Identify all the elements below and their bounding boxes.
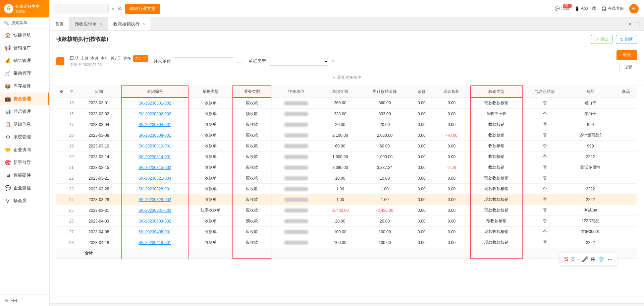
shirt-icon[interactable]: 👕 <box>598 256 605 262</box>
row-doc-no[interactable]: SK-20230403-002 <box>122 216 188 227</box>
app-download-button[interactable]: 📱 App下载 <box>575 6 596 11</box>
row-cumulative: 10.00 <box>360 173 410 184</box>
sidebar-item-基础信息[interactable]: 📋基础信息 <box>0 118 49 131</box>
messages-button[interactable]: 💬 消息 99+ <box>555 6 569 11</box>
date-this-year[interactable]: 本年 <box>101 56 109 61</box>
user-avatar[interactable]: Rit <box>629 4 639 13</box>
col-include-settled: 包含已结清 <box>522 86 567 98</box>
row-doc-no[interactable]: SK-20230304-001 <box>122 119 188 130</box>
table-footer-row: 合计 <box>56 248 637 259</box>
export-icon: ↗ <box>595 37 599 42</box>
row-product2 <box>614 141 637 151</box>
row-doc-no[interactable]: SK-20230301-002 <box>122 98 188 109</box>
sidebar-search[interactable]: 🔍 搜索菜单 <box>0 17 49 29</box>
sidebar-item-快捷导航[interactable]: 🏠快捷导航 <box>0 29 49 42</box>
row-doc-no[interactable]: SK-20230310-001 <box>122 141 188 151</box>
sidebar-item-营销推广[interactable]: 📢营销推广 <box>0 42 49 54</box>
footer-discount <box>433 248 471 259</box>
online-service-button[interactable]: 🎧 在线客服 <box>601 6 624 11</box>
sidebar-item-新手引导[interactable]: 🎯新手引导 <box>0 156 49 169</box>
partner-label: 往来单位 <box>154 58 171 64</box>
row-doc-no[interactable]: SK-20230314-001 <box>122 151 188 162</box>
industry-solution-button[interactable]: 体验行业方案 <box>125 4 160 14</box>
sidebar-item-企业微信[interactable]: 💬企业微信 <box>0 182 49 194</box>
sidebar-item-销售管理[interactable]: 💰销售管理 <box>0 54 49 67</box>
tab-prepayment[interactable]: 预收应付单 ✕ <box>69 17 108 30</box>
export-button[interactable]: ↗ 导出 <box>591 35 612 44</box>
sidebar-item-系统管理[interactable]: ⚙系统管理 <box>0 131 49 143</box>
sidebar-item-库存核算[interactable]: 📦库存核算 <box>0 80 49 93</box>
tab-writeoff[interactable]: 收款核销执行 ✕ <box>108 17 151 30</box>
row-biz-type: 应收款 <box>233 227 271 237</box>
sidebar-item-智能硬件[interactable]: 🖥智能硬件 <box>0 169 49 182</box>
sidebar-label: 企业协同 <box>13 147 31 153</box>
row-doc-no[interactable]: SK-20230418-001 <box>122 237 188 248</box>
breadcrumb-input[interactable] <box>55 4 109 13</box>
settings-gear-icon[interactable]: ⚙ <box>117 5 122 12</box>
row-doc-no[interactable]: SK-20230302-002 <box>122 109 188 119</box>
row-biz-type: 预收款 <box>233 216 271 227</box>
row-doc-no[interactable]: SK-20230328-001 <box>122 184 188 194</box>
watermark-logo: S <box>564 256 568 263</box>
sidebar-bottom-settings[interactable]: ⚙ ◀◀ <box>0 294 49 306</box>
writeoff-tab-close[interactable]: ✕ <box>142 22 145 26</box>
date-options: 日期 上月 本月 本年 近7天 更多 自定义 <box>70 55 148 62</box>
row-doc-no[interactable]: SK-20230308-001 <box>122 130 188 141</box>
date-last-7days[interactable]: 近7天 <box>111 56 121 61</box>
row-doc-no[interactable]: SK-20230408-001 <box>122 227 188 237</box>
row-product: 老白干 <box>567 98 614 109</box>
date-this-month[interactable]: 本月 <box>91 56 99 61</box>
tab-home[interactable]: 首页 <box>50 17 69 30</box>
row-cumulative: 20.00 <box>360 216 410 227</box>
more-icon[interactable]: ⋯ <box>607 256 613 262</box>
refresh-button[interactable]: ↻ 刷新 <box>616 35 637 44</box>
row-balance: 0.00 <box>410 227 433 237</box>
date-more[interactable]: 更多 <box>123 56 131 61</box>
prepayment-tab-close[interactable]: ✕ <box>99 22 102 26</box>
dropdown-arrow-icon: ∨ <box>332 59 334 63</box>
col-settings[interactable]: ⚙ <box>56 86 66 98</box>
avatar-text: Rit <box>632 6 637 11</box>
footer-cumulative <box>360 248 410 259</box>
sidebar-item-经营管理[interactable]: 📊经营管理 <box>0 105 49 118</box>
row-doc-type: 收款单 <box>188 194 233 205</box>
partner-input[interactable] <box>174 57 234 65</box>
row-doc-no[interactable]: SK-20230315-002 <box>122 162 188 173</box>
date-custom-button[interactable]: 自定义 <box>133 55 148 62</box>
sidebar-item-资金管理[interactable]: 💼资金管理 <box>0 93 49 105</box>
row-include-settled: 否 <box>522 141 567 151</box>
row-partner <box>271 162 321 173</box>
row-amount: 20.00 <box>321 119 360 130</box>
grid-icon[interactable]: ⊞ <box>591 256 595 262</box>
setting-button[interactable]: 设置 <box>619 63 637 72</box>
row-biz-type: 预收款 <box>233 109 271 119</box>
mic-icon[interactable]: 🎤 <box>582 256 588 262</box>
horizontal-scrollbar[interactable] <box>50 303 644 306</box>
row-cumulative: 1.00 <box>360 184 410 194</box>
row-write-off-type: 收款核销 <box>471 151 522 162</box>
sidebar-icon: 💬 <box>5 185 11 191</box>
row-num: 19 <box>66 141 76 151</box>
col-settings-cell <box>56 205 66 216</box>
headset-icon: 🎧 <box>601 6 606 11</box>
sidebar-icon: 💼 <box>5 96 11 102</box>
page-actions: ↗ 导出 ↻ 刷新 <box>591 35 637 44</box>
row-product <box>567 173 614 184</box>
sidebar-item-采购管理[interactable]: 🛒采购管理 <box>0 67 49 80</box>
row-doc-no[interactable]: SK-20230328-002 <box>122 194 188 205</box>
row-include-settled: 否 <box>522 194 567 205</box>
sidebar-item-畅会员[interactable]: V畅会员 <box>0 194 49 207</box>
expand-conditions-button[interactable]: ∨ 展开更多条件 <box>56 73 637 82</box>
tab-fullscreen-icon[interactable]: ⛶ <box>635 21 640 27</box>
sidebar-item-企业协同[interactable]: 🤝企业协同 <box>0 143 49 156</box>
doc-type-select[interactable] <box>269 57 329 66</box>
row-num: 15 <box>66 98 76 109</box>
sidebar-search-label: 搜索菜单 <box>11 20 27 26</box>
date-last-month[interactable]: 上月 <box>80 56 89 61</box>
row-balance: 0.00 <box>410 141 433 151</box>
row-doc-no[interactable]: SK-20230331-002 <box>122 205 188 216</box>
filter-toggle-button[interactable]: » <box>56 57 64 65</box>
tab-close-all-icon[interactable]: ✕ <box>628 21 632 27</box>
row-doc-no[interactable]: SK-20230321-003 <box>122 173 188 184</box>
query-button[interactable]: 查询 <box>616 50 637 60</box>
